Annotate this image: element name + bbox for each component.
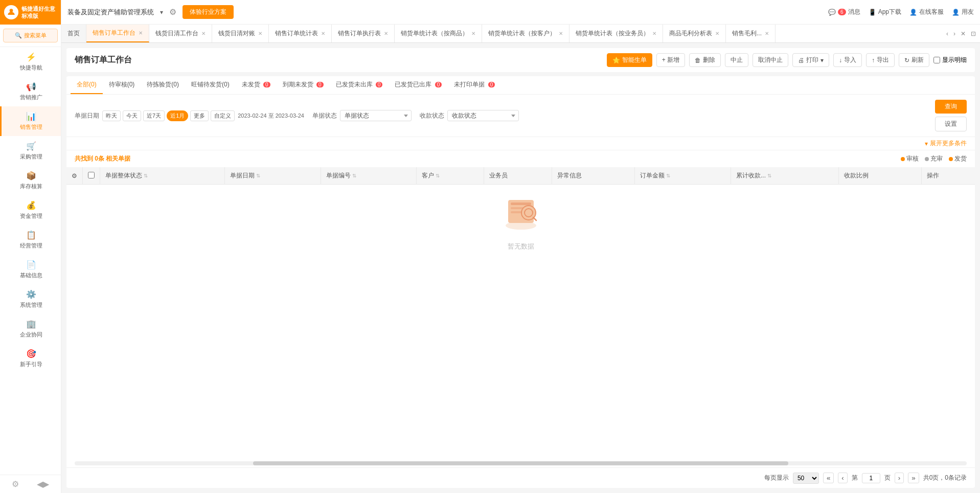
th-status[interactable]: 单据整体状态 ⇅ bbox=[100, 167, 225, 185]
tab-sales-stats[interactable]: 销售订单统计表 ✕ bbox=[269, 25, 332, 42]
prev-page-btn[interactable]: ‹ bbox=[838, 473, 847, 483]
unreviewed-action[interactable]: 充审 bbox=[925, 154, 943, 163]
filter-tab-pending-pick[interactable]: 待拣验货(0) bbox=[141, 76, 185, 94]
filter-tab-not-printed[interactable]: 未打印单据 0 bbox=[448, 76, 501, 94]
date-more-btn[interactable]: 更多 bbox=[190, 110, 209, 121]
tab-sales-profit-close[interactable]: ✕ bbox=[765, 31, 769, 36]
show-detail-checkbox-label[interactable]: 显示明细 bbox=[933, 56, 967, 64]
sidebar-item-system[interactable]: ⚙️ 系统管理 bbox=[0, 284, 61, 314]
sort-status[interactable]: 单据整体状态 ⇅ bbox=[105, 171, 148, 180]
date-7days-btn[interactable]: 近7天 bbox=[143, 110, 165, 121]
filter-tab-shipped-not-out[interactable]: 已发货未出库 0 bbox=[330, 76, 389, 94]
sidebar-item-guide[interactable]: 🎯 新手引导 bbox=[0, 344, 61, 373]
sort-amount[interactable]: 订单金额 ⇅ bbox=[640, 171, 670, 180]
review-action[interactable]: 审核 bbox=[901, 154, 919, 163]
scrollbar-thumb[interactable] bbox=[253, 461, 788, 465]
tab-sales-exec-close[interactable]: ✕ bbox=[384, 31, 388, 36]
settings-bottom-icon[interactable]: ⚙ bbox=[12, 479, 19, 489]
page-input[interactable] bbox=[862, 473, 880, 483]
date-yesterday-btn[interactable]: 昨天 bbox=[102, 110, 121, 121]
filter-tab-all[interactable]: 全部(0) bbox=[71, 76, 103, 94]
tab-home[interactable]: 首页 bbox=[61, 25, 86, 42]
th-check[interactable] bbox=[83, 167, 100, 185]
export-btn[interactable]: ↑ 导出 bbox=[866, 53, 895, 67]
exp-btn[interactable]: 体验行业方案 bbox=[183, 5, 234, 19]
sort-date[interactable]: 单据日期 ⇅ bbox=[230, 171, 260, 180]
tab-cash-reconcile-close[interactable]: ✕ bbox=[258, 31, 262, 36]
tab-profit-analysis-close[interactable]: ✕ bbox=[715, 31, 719, 36]
setting-btn[interactable]: 设置 bbox=[935, 117, 967, 131]
tab-sales-profit[interactable]: 销售毛利... ✕ bbox=[726, 25, 776, 42]
query-btn[interactable]: 查询 bbox=[935, 100, 967, 114]
th-date[interactable]: 单据日期 ⇅ bbox=[224, 167, 321, 185]
collapse-icon[interactable]: ◀▶ bbox=[37, 479, 49, 489]
sidebar-item-inventory[interactable]: 📦 库存核算 bbox=[0, 166, 61, 195]
select-all-checkbox[interactable] bbox=[88, 172, 95, 178]
sidebar-item-purchase[interactable]: 🛒 采购管理 bbox=[0, 136, 61, 166]
sort-number[interactable]: 单据编号 ⇅ bbox=[326, 171, 356, 180]
expand-btn[interactable]: ▾ 展开更多条件 bbox=[925, 139, 967, 148]
last-page-btn[interactable]: » bbox=[908, 473, 919, 483]
new-btn[interactable]: + 新增 bbox=[656, 53, 685, 67]
page-size-select[interactable]: 50 10 20 100 bbox=[793, 473, 819, 484]
tab-cash-daily-close[interactable]: ✕ bbox=[201, 31, 206, 36]
cancel-abort-btn[interactable]: 取消中止 bbox=[753, 53, 788, 67]
refresh-btn[interactable]: ↻ 刷新 bbox=[899, 53, 929, 67]
sidebar-item-sales[interactable]: 📊 销售管理 bbox=[0, 106, 61, 136]
sidebar-item-finance[interactable]: 💰 资金管理 bbox=[0, 195, 61, 225]
tab-sales-stats-close[interactable]: ✕ bbox=[321, 31, 325, 36]
tab-cash-reconcile[interactable]: 钱货日清对账 ✕ bbox=[212, 25, 269, 42]
system-dropdown[interactable]: ▾ bbox=[160, 9, 163, 16]
tab-sales-exec[interactable]: 销售订单执行表 ✕ bbox=[332, 25, 395, 42]
tab-sales-by-customer[interactable]: 销货单统计表（按客户） ✕ bbox=[482, 25, 569, 42]
date-today-btn[interactable]: 今天 bbox=[123, 110, 141, 121]
sidebar-item-basic-info[interactable]: 📄 基础信息 bbox=[0, 255, 61, 284]
filter-tab-not-shipped[interactable]: 未发货 0 bbox=[236, 76, 277, 94]
tabs-next-btn[interactable]: › bbox=[951, 29, 958, 38]
sort-collected[interactable]: 累计收款... ⇅ bbox=[736, 171, 771, 180]
tabs-prev-btn[interactable]: ‹ bbox=[944, 29, 950, 38]
sidebar-item-corp[interactable]: 🏢 企业协同 bbox=[0, 314, 61, 344]
import-btn[interactable]: ↓ 导入 bbox=[833, 53, 862, 67]
tabs-close-all-btn[interactable]: ✕ bbox=[959, 29, 968, 38]
first-page-btn[interactable]: « bbox=[823, 473, 834, 483]
topbar-settings-icon[interactable]: ⚙ bbox=[169, 7, 176, 17]
tab-sales-by-staff-close[interactable]: ✕ bbox=[652, 31, 656, 36]
tab-sales-by-customer-close[interactable]: ✕ bbox=[559, 31, 563, 36]
sidebar-item-operation[interactable]: 📋 经营管理 bbox=[0, 225, 61, 255]
date-custom-btn[interactable]: 自定义 bbox=[211, 110, 235, 121]
user-item[interactable]: 👤 用友 bbox=[952, 8, 974, 16]
tabs-expand-btn[interactable]: ⊡ bbox=[969, 29, 978, 38]
smart-gen-btn[interactable]: ⭐ 智能生单 bbox=[607, 53, 652, 67]
show-detail-checkbox[interactable] bbox=[933, 57, 940, 63]
filter-tab-overdue[interactable]: 到期未发货 0 bbox=[277, 76, 330, 94]
next-page-btn[interactable]: › bbox=[895, 473, 904, 483]
sort-customer[interactable]: 客户 ⇅ bbox=[422, 171, 440, 180]
tab-sales-by-goods[interactable]: 销货单统计表（按商品） ✕ bbox=[395, 25, 482, 42]
tab-cash-daily[interactable]: 钱货日清工作台 ✕ bbox=[149, 25, 212, 42]
th-amount[interactable]: 订单金额 ⇅ bbox=[635, 167, 731, 185]
horizontal-scrollbar[interactable] bbox=[75, 461, 967, 465]
payment-select[interactable]: 收款状态 bbox=[447, 110, 519, 121]
print-btn[interactable]: 🖨 打印 ▾ bbox=[792, 53, 829, 67]
sidebar-item-marketing[interactable]: 📢 营销推广 bbox=[0, 77, 61, 106]
date-1month-btn[interactable]: 近1月 bbox=[167, 110, 188, 121]
tab-sales-by-goods-close[interactable]: ✕ bbox=[471, 31, 475, 36]
message-item[interactable]: 💬 6 消息 bbox=[828, 8, 860, 16]
ship-action[interactable]: 发货 bbox=[949, 154, 967, 163]
tab-sales-order-workbench[interactable]: 销售订单工作台 ✕ bbox=[86, 25, 149, 42]
th-number[interactable]: 单据编号 ⇅ bbox=[321, 167, 417, 185]
sidebar-item-quick-nav[interactable]: ⚡ 快捷导航 bbox=[0, 47, 61, 77]
online-service-item[interactable]: 👤 在线客服 bbox=[909, 8, 944, 16]
search-menu-button[interactable]: 🔍 搜索菜单 bbox=[3, 29, 58, 42]
app-download-item[interactable]: 📱 App下载 bbox=[869, 8, 901, 16]
filter-tab-wangpu[interactable]: 旺铺待发货(0) bbox=[185, 76, 236, 94]
filter-tab-pending-review[interactable]: 待审核(0) bbox=[103, 76, 141, 94]
th-customer[interactable]: 客户 ⇅ bbox=[417, 167, 484, 185]
th-settings[interactable]: ⚙ bbox=[66, 167, 83, 185]
tab-profit-analysis[interactable]: 商品毛利分析表 ✕ bbox=[663, 25, 726, 42]
status-select[interactable]: 单据状态 bbox=[340, 110, 412, 121]
tab-sales-order-close[interactable]: ✕ bbox=[139, 30, 143, 36]
delete-btn[interactable]: 🗑 删除 bbox=[689, 53, 721, 67]
abort-btn[interactable]: 中止 bbox=[725, 53, 748, 67]
